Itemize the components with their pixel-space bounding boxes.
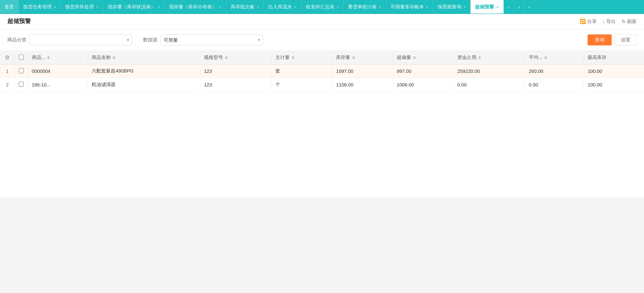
datasource-label: 数据源 (143, 37, 157, 43)
top-navigation: 首页 拣货任务管理 × 拣货异常处理 × 现存量（库存状况表） × 现存量（库存… (0, 0, 644, 14)
th-sku-code[interactable]: 商品... (28, 51, 88, 64)
cell-avg: 260.00 (525, 64, 583, 78)
cell-capital: 259220.00 (454, 64, 525, 78)
th-capital[interactable]: 资金占用 (454, 51, 525, 64)
cell-max-stock: 100.00 (584, 78, 644, 92)
th-spec[interactable]: 规格型号 (200, 51, 272, 64)
nav-pick-task[interactable]: 拣货任务管理 × (19, 0, 61, 14)
cell-overflow: 1006.00 (393, 78, 453, 92)
row-checkbox[interactable] (19, 68, 24, 73)
th-check (15, 51, 28, 64)
share-icon: 🔁 (580, 19, 586, 24)
sort-sku-name (113, 56, 116, 59)
settings-button[interactable]: 设置 (615, 34, 637, 45)
share-button[interactable]: 🔁 分享 (580, 18, 597, 25)
sort-avg (544, 56, 547, 59)
nav-close-usable-stock[interactable]: × (426, 5, 428, 9)
th-sku-name[interactable]: 商品名称 (88, 51, 200, 64)
category-label: 商品分类 (7, 37, 26, 43)
nav-recv-send[interactable]: 收发存汇总表 × (301, 0, 344, 14)
nav-close-batch[interactable]: × (257, 5, 259, 9)
cell-unit: 个 (272, 78, 332, 92)
sort-overflow (413, 56, 416, 59)
sort-capital (478, 56, 481, 59)
category-select-wrapper: ▾ (29, 34, 132, 45)
nav-close-order-stats[interactable]: × (379, 5, 381, 9)
th-stock[interactable]: 库存量 (332, 51, 393, 64)
nav-prev-arrow[interactable]: ‹ (504, 0, 514, 14)
cell-stock: 1097.00 (332, 64, 393, 78)
cell-unit: 套 (272, 64, 332, 78)
filter-area: 商品分类 ▾ 数据源 可用量 ▾ 查询 设置 (0, 29, 644, 51)
cell-capital: 0.00 (454, 78, 525, 92)
nav-order-stats[interactable]: 要货单统计表 × (344, 0, 386, 14)
sort-unit (292, 56, 294, 59)
cell-sku-name: 六配套新昌490BPG (88, 64, 200, 78)
export-icon: ↓ (603, 19, 605, 24)
cell-check[interactable] (15, 64, 28, 78)
cell-overflow: 997.00 (393, 64, 453, 78)
nav-batch[interactable]: 库存批次账 × (226, 0, 264, 14)
nav-close-stock-status[interactable]: × (158, 5, 160, 9)
nav-stock-status[interactable]: 现存量（库存状况表） × (103, 0, 165, 14)
th-unit[interactable]: 主计量 (272, 51, 332, 64)
export-button[interactable]: ↓ 导出 (603, 18, 616, 25)
refresh-button[interactable]: ↻ 刷新 (622, 18, 637, 25)
cell-spec: 123 (200, 64, 272, 78)
table-area: ⚙ 商品... (0, 51, 644, 92)
nav-close-pick-exception[interactable]: × (96, 5, 98, 9)
nav-pick-exception[interactable]: 拣货异常处理 × (61, 0, 103, 14)
nav-home[interactable]: 首页 (0, 0, 19, 14)
filter-buttons: 查询 设置 (588, 34, 637, 45)
nav-close-inout-flow[interactable]: × (294, 5, 296, 9)
cell-no: 1 (0, 64, 15, 78)
cell-max-stock: 100.00 (584, 64, 644, 78)
page-title: 超储预警 (7, 18, 31, 25)
cell-avg: 0.00 (525, 78, 583, 92)
select-all-checkbox[interactable] (19, 55, 24, 60)
th-overflow[interactable]: 超储量 (393, 51, 453, 64)
th-max-stock: 最高库存 (584, 51, 644, 64)
data-table: ⚙ 商品... (0, 51, 644, 92)
category-filter: 商品分类 ▾ (7, 34, 132, 45)
table-body: 1 0000004 六配套新昌490BPG 123 套 1097.00 997.… (0, 64, 644, 92)
query-button[interactable]: 查询 (588, 34, 612, 45)
cell-sku-code: 0000004 (28, 64, 88, 78)
row-checkbox[interactable] (19, 82, 24, 87)
nav-stock-dist[interactable]: 现存量（库存分布表） × (165, 0, 226, 14)
gear-icon[interactable]: ⚙ (5, 54, 10, 60)
cell-sku-code: 186-10... (28, 78, 88, 92)
refresh-icon: ↻ (622, 19, 626, 24)
nav-usable-stock[interactable]: 可用量库存账本 × (386, 0, 433, 14)
cell-spec: 123 (200, 78, 272, 92)
nav-close-recv-send[interactable]: × (337, 5, 339, 9)
nav-close-expiry[interactable]: × (464, 5, 466, 9)
nav-next-arrow[interactable]: › (514, 0, 524, 14)
datasource-select[interactable]: 可用量 (160, 34, 263, 45)
category-select[interactable] (29, 34, 132, 45)
table-row: 1 0000004 六配套新昌490BPG 123 套 1097.00 997.… (0, 64, 644, 78)
sort-spec (225, 56, 228, 59)
cell-check[interactable] (15, 78, 28, 92)
table-row: 2 186-10... 机油滤清器 123 个 1106.00 1006.00 … (0, 78, 644, 92)
nav-expand-arrow[interactable]: › (524, 0, 534, 14)
header-actions: 🔁 分享 ↓ 导出 ↻ 刷新 (580, 18, 637, 25)
nav-close-overstock[interactable]: × (496, 5, 498, 9)
nav-overstock[interactable]: 超储预警 × (471, 0, 503, 14)
datasource-filter: 数据源 可用量 ▾ (143, 34, 263, 45)
cell-stock: 1106.00 (332, 78, 393, 92)
nav-inout-flow[interactable]: 出入库流水 × (264, 0, 301, 14)
page-header: 超储预警 🔁 分享 ↓ 导出 ↻ 刷新 (0, 14, 644, 29)
cell-sku-name: 机油滤清器 (88, 78, 200, 92)
sort-stock (352, 56, 355, 59)
nav-close-stock-dist[interactable]: × (219, 5, 221, 9)
datasource-select-wrapper: 可用量 ▾ (160, 34, 263, 45)
content-wrapper: ⚙ 商品... (0, 51, 644, 197)
nav-close-pick-task[interactable]: × (54, 5, 56, 9)
th-no: ⚙ (0, 51, 15, 64)
sort-sku-code (47, 56, 50, 59)
cell-no: 2 (0, 78, 15, 92)
th-avg[interactable]: 平均... (525, 51, 583, 64)
table-header-row: ⚙ 商品... (0, 51, 644, 64)
nav-expiry[interactable]: 保质期查询 × (433, 0, 471, 14)
